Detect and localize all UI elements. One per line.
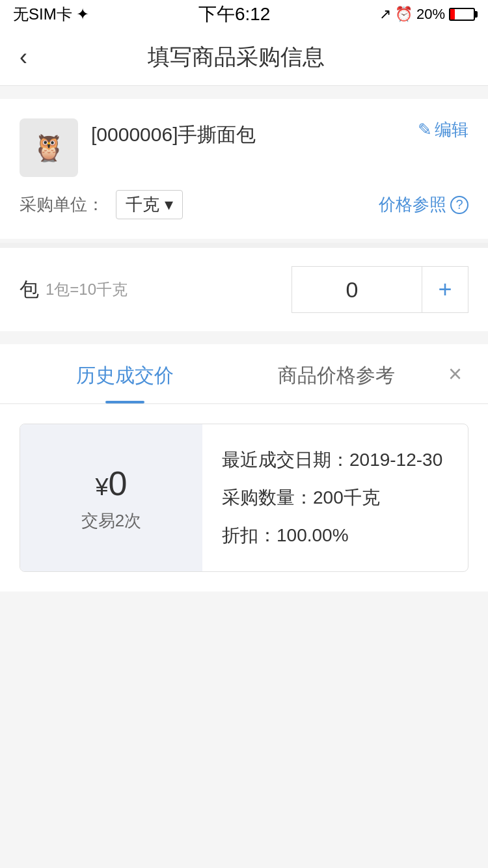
- unit-value: 千克: [126, 193, 159, 216]
- price-card-left: ¥0 交易2次: [20, 424, 202, 571]
- unit-conversion-info: 1包=10千克: [46, 279, 128, 300]
- product-left: 🦉 [0000006]手撕面包: [20, 118, 256, 177]
- price-reference-button[interactable]: 价格参照 ?: [379, 193, 468, 216]
- edit-label: 编辑: [435, 118, 468, 141]
- location-icon: ↗: [379, 6, 391, 23]
- tab-history-label: 历史成交价: [76, 364, 174, 386]
- chevron-down-icon: ▾: [165, 195, 173, 215]
- price-card-section: ¥0 交易2次 最近成交日期：2019-12-30 采购数量：200千克 折扣：…: [0, 404, 488, 591]
- qty-label: 采购数量：: [222, 487, 313, 508]
- purchase-qty-row: 采购数量：200千克: [222, 484, 448, 511]
- product-card: 🦉 [0000006]手撕面包 ✎ 编辑 采购单位： 千克 ▾ 价格参照 ?: [0, 99, 488, 239]
- date-value: 2019-12-30: [349, 450, 442, 470]
- product-thumbnail: 🦉: [20, 118, 78, 177]
- trade-count: 交易2次: [81, 509, 141, 532]
- battery-icon: [449, 8, 475, 21]
- tab-price-reference[interactable]: 商品价格参考: [230, 344, 441, 403]
- price-value: 0: [109, 465, 128, 502]
- carrier-text: 无SIM卡 ✦: [13, 4, 89, 25]
- discount-value: 100.00%: [277, 525, 349, 545]
- tab-price-ref-label: 商品价格参考: [278, 364, 395, 386]
- quantity-label: 包 1包=10千克: [20, 277, 128, 303]
- recent-date-row: 最近成交日期：2019-12-30: [222, 446, 448, 474]
- status-right: ↗ ⏰ 20%: [379, 6, 475, 23]
- tabs-header: 历史成交价 商品价格参考 ×: [0, 344, 488, 404]
- info-icon: ?: [450, 196, 468, 214]
- status-bar: 无SIM卡 ✦ 下午6:12 ↗ ⏰ 20%: [0, 0, 488, 29]
- product-name: [0000006]手撕面包: [91, 118, 256, 148]
- product-unit-row: 采购单位： 千克 ▾ 价格参照 ?: [20, 190, 468, 219]
- discount-label: 折扣：: [222, 525, 277, 545]
- quantity-plus-button[interactable]: +: [422, 266, 468, 313]
- bag-unit-label: 包: [20, 277, 39, 303]
- tab-close-button[interactable]: ×: [442, 347, 468, 401]
- price-ref-label: 价格参照: [379, 193, 446, 216]
- tab-history-price[interactable]: 历史成交价: [20, 344, 230, 403]
- page-title: 填写商品采购信息: [40, 42, 432, 72]
- qty-value: 200千克: [313, 487, 380, 508]
- price-card: ¥0 交易2次 最近成交日期：2019-12-30 采购数量：200千克 折扣：…: [20, 424, 468, 572]
- tabs-section: 历史成交价 商品价格参考 × ¥0 交易2次 最近成交日期：2019-12-30…: [0, 344, 488, 591]
- discount-row: 折扣：100.00%: [222, 522, 448, 549]
- background-area: [0, 591, 488, 868]
- alarm-icon: ⏰: [395, 6, 413, 23]
- product-top-row: 🦉 [0000006]手撕面包 ✎ 编辑: [20, 118, 468, 177]
- back-button[interactable]: ‹: [20, 44, 27, 71]
- currency-symbol: ¥: [96, 474, 109, 500]
- quantity-input[interactable]: [291, 266, 422, 313]
- quantity-section: 包 1包=10千克 +: [0, 243, 488, 331]
- product-icon: 🦉: [33, 133, 65, 163]
- plus-icon: +: [438, 276, 452, 303]
- header: ‹ 填写商品采购信息: [0, 29, 488, 86]
- unit-select[interactable]: 千克 ▾: [116, 190, 183, 219]
- price-amount: ¥0: [96, 464, 128, 503]
- quantity-controls: +: [291, 266, 468, 313]
- close-icon: ×: [448, 360, 462, 387]
- price-card-right: 最近成交日期：2019-12-30 采购数量：200千克 折扣：100.00%: [202, 424, 468, 571]
- date-label: 最近成交日期：: [222, 450, 349, 470]
- edit-icon: ✎: [418, 120, 432, 140]
- unit-label-text: 采购单位：: [20, 195, 104, 214]
- battery-percent: 20%: [416, 6, 445, 23]
- unit-selector-group: 采购单位： 千克 ▾: [20, 190, 183, 219]
- status-time: 下午6:12: [198, 2, 271, 27]
- status-left: 无SIM卡 ✦: [13, 4, 89, 25]
- edit-button[interactable]: ✎ 编辑: [418, 118, 468, 141]
